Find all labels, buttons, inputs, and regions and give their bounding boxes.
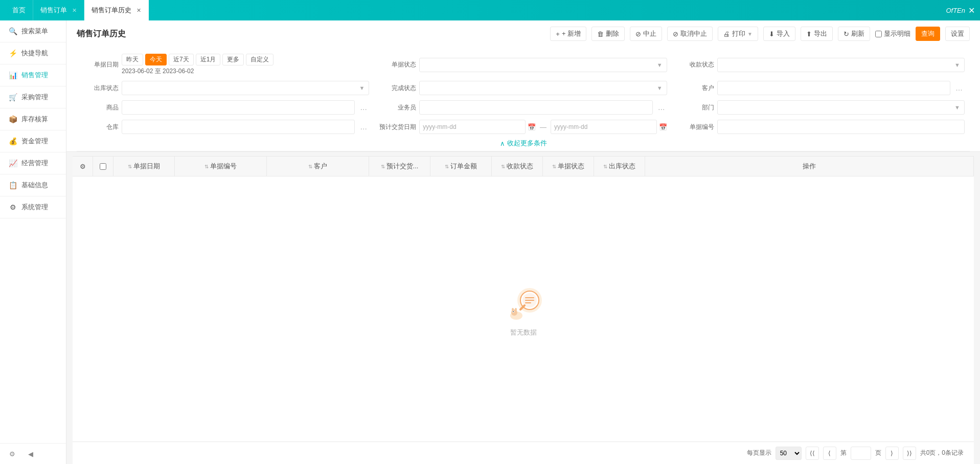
salesperson-ellipsis[interactable]: … — [656, 103, 667, 112]
goods-ellipsis[interactable]: … — [358, 103, 369, 112]
tab-sales-order-history[interactable]: 销售订单历史 ✕ — [84, 0, 149, 20]
inventory-icon: 📦 — [8, 115, 17, 124]
next-page-btn[interactable]: ⟩ — [885, 447, 899, 460]
sidebar-item-finance[interactable]: 💰 资金管理 — [0, 130, 66, 152]
settings-icon[interactable]: ⚙ — [80, 163, 86, 170]
salesperson-input[interactable] — [419, 100, 652, 115]
sidebar-item-search-menu[interactable]: 🔍 搜索菜单 — [0, 20, 66, 42]
expected-date-label: 预计交货日期 — [379, 123, 416, 131]
sidebar-item-operations[interactable]: 📈 经营管理 — [0, 152, 66, 174]
order-status-filter-cell: 单据状态 ▼ — [374, 51, 672, 78]
customer-label: 客户 — [677, 84, 714, 93]
th-date-label: 单据日期 — [133, 162, 160, 171]
sidebar-item-inventory[interactable]: 📦 库存核算 — [0, 108, 66, 130]
date-today-btn[interactable]: 今天 — [145, 54, 167, 65]
date-1month-btn[interactable]: 近1月 — [196, 54, 221, 65]
top-bar: 首页 销售订单 ✕ 销售订单历史 ✕ OfTEn ✕ — [0, 0, 980, 20]
calendar-start-icon[interactable]: 📅 — [528, 123, 536, 131]
page-suffix: 页 — [875, 449, 881, 457]
stop-button[interactable]: ⊘ 中止 — [630, 27, 662, 41]
prev-page-btn[interactable]: ⟨ — [823, 447, 836, 460]
th-amount-sort-icon[interactable]: ⇅ — [445, 164, 449, 169]
date-filter-label: 单据日期 — [82, 60, 119, 69]
cancel-stop-label: 取消中止 — [680, 29, 707, 38]
goods-filter-cell: 商品 … — [77, 98, 374, 117]
th-date-sort-icon[interactable]: ⇅ — [128, 164, 132, 169]
print-button[interactable]: 🖨 打印 ▼ — [718, 27, 758, 41]
date-7days-btn[interactable]: 近7天 — [169, 54, 194, 65]
export-button[interactable]: ⬆ 导出 — [801, 27, 833, 41]
goods-input[interactable] — [122, 100, 355, 115]
first-page-btn[interactable]: ⟨⟨ — [806, 447, 819, 460]
th-expected-date-sort-icon[interactable]: ⇅ — [381, 164, 385, 169]
complete-status-select[interactable]: ▼ — [419, 81, 667, 95]
cancel-stop-button[interactable]: ⊘ 取消中止 — [667, 27, 713, 41]
settings-button[interactable]: 设置 — [945, 27, 970, 41]
display-toggle[interactable]: 显示明细 — [875, 29, 910, 38]
calendar-end-icon[interactable]: 📅 — [659, 123, 667, 131]
customer-input[interactable] — [717, 81, 950, 95]
page-input[interactable]: 1 — [851, 447, 871, 460]
refresh-button[interactable]: ↻ 刷新 — [838, 27, 870, 41]
search-menu-icon: 🔍 — [8, 27, 17, 36]
import-button[interactable]: ⬇ 导入 — [763, 27, 795, 41]
th-out-status-sort-icon[interactable]: ⇅ — [603, 164, 607, 169]
complete-status-label: 完成状态 — [379, 84, 416, 93]
total-info: 共0页，0条记录 — [920, 449, 964, 457]
finance-icon: 💰 — [8, 137, 17, 146]
sidebar-item-sales-mgmt[interactable]: 📊 销售管理 — [0, 64, 66, 86]
tab-home[interactable]: 首页 — [5, 0, 33, 20]
empty-icon — [503, 281, 544, 322]
sidebar-item-system-mgmt[interactable]: ⚙ 系统管理 — [0, 196, 66, 218]
query-button[interactable]: 查询 — [916, 27, 940, 41]
expected-date-end[interactable]: yyyy-mm-dd — [551, 120, 657, 134]
delete-button[interactable]: 🗑 删除 — [591, 27, 625, 41]
date-custom-btn[interactable]: 自定义 — [246, 54, 274, 65]
last-page-btn[interactable]: ⟩⟩ — [903, 447, 916, 460]
th-receipt-status-label: 收款状态 — [507, 162, 533, 171]
warehouse-ellipsis[interactable]: … — [358, 123, 369, 131]
th-receipt-status-sort-icon[interactable]: ⇅ — [501, 164, 505, 169]
th-checkbox[interactable] — [93, 157, 113, 176]
tab-sales-order[interactable]: 销售订单 ✕ — [33, 0, 84, 20]
sidebar-item-basic-info[interactable]: 📋 基础信息 — [0, 174, 66, 196]
sidebar-item-purchase-mgmt[interactable]: 🛒 采购管理 — [0, 86, 66, 108]
close-sales-order-icon[interactable]: ✕ — [72, 7, 77, 14]
display-toggle-checkbox[interactable] — [875, 31, 882, 37]
select-all-checkbox[interactable] — [100, 163, 106, 170]
order-number-input[interactable] — [717, 120, 965, 134]
out-status-select[interactable]: ▼ — [122, 81, 369, 95]
svg-point-10 — [513, 311, 514, 312]
order-status-select[interactable]: ▼ — [419, 58, 667, 72]
sidebar-item-quick-nav-label: 快捷导航 — [21, 49, 48, 58]
page-label: 第 — [840, 449, 847, 457]
per-page-select[interactable]: 10 20 50 100 — [776, 447, 802, 460]
new-button[interactable]: + + 新增 — [550, 27, 586, 41]
collapse-row[interactable]: ∧ 收起更多条件 — [77, 137, 970, 151]
th-operation: 操作 — [645, 157, 974, 176]
date-yesterday-btn[interactable]: 昨天 — [122, 54, 143, 65]
th-settings[interactable]: ⚙ — [73, 157, 93, 176]
salesperson-filter-cell: 业务员 … — [374, 98, 672, 117]
receipt-status-select[interactable]: ▼ — [717, 58, 965, 72]
expected-date-group: yyyy-mm-dd 📅 — yyyy-mm-dd 📅 — [419, 120, 667, 134]
date-more-btn[interactable]: 更多 — [222, 54, 244, 65]
th-number-sort-icon[interactable]: ⇅ — [204, 164, 209, 169]
main-layout: 🔍 搜索菜单 ⚡ 快捷导航 📊 销售管理 🛒 采购管理 📦 库存核算 💰 资金管… — [0, 20, 980, 464]
warehouse-input[interactable] — [122, 120, 355, 134]
filter-row-2: 出库状态 ▼ 完成状态 ▼ 客户 — [77, 78, 970, 98]
delete-label: 删除 — [606, 29, 619, 38]
th-number-label: 单据编号 — [210, 162, 237, 171]
th-customer-sort-icon[interactable]: ⇅ — [308, 164, 312, 169]
department-select[interactable]: ▼ — [717, 100, 965, 115]
topbar-close-icon[interactable]: ✕ — [968, 6, 975, 15]
sidebar-collapse-icon[interactable]: ◀ — [26, 449, 36, 459]
department-filter-cell: 部门 ▼ — [672, 98, 970, 117]
th-order-status-sort-icon[interactable]: ⇅ — [552, 164, 556, 169]
customer-ellipsis[interactable]: … — [953, 84, 965, 92]
sidebar-settings-icon[interactable]: ⚙ — [7, 449, 17, 459]
sidebar-item-quick-nav[interactable]: ⚡ 快捷导航 — [0, 42, 66, 64]
refresh-label: 刷新 — [851, 29, 864, 38]
close-sales-order-history-icon[interactable]: ✕ — [136, 7, 141, 14]
expected-date-start[interactable]: yyyy-mm-dd — [419, 120, 526, 134]
